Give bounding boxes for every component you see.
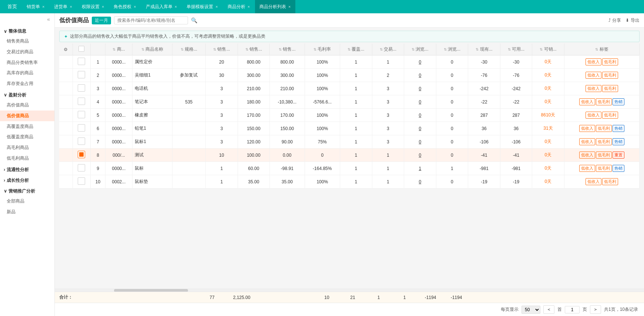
close-icon[interactable]: × — [102, 4, 104, 9]
close-icon[interactable]: × — [248, 4, 250, 9]
table-row[interactable]: 6 0000... 铅笔1 3 150.00 150.00 100% 1 3 0… — [59, 122, 640, 135]
browse-link[interactable]: 1 — [419, 166, 421, 171]
browse-link[interactable]: 0 — [419, 113, 421, 118]
row-checkbox[interactable] — [78, 58, 85, 65]
sidebar-group-liquidity[interactable]: ›流通性分析 — [0, 164, 54, 174]
cell-browse1[interactable]: 0 — [404, 109, 436, 122]
col-stock2[interactable]: ⇅ 可用... — [500, 44, 532, 55]
cell-checkbox[interactable] — [73, 69, 91, 82]
nav-home[interactable]: 首页 — [3, 0, 21, 13]
horizontal-scrollbar[interactable] — [55, 289, 644, 292]
search-input[interactable] — [114, 16, 188, 24]
col-stock1[interactable]: ⇅ 现有... — [468, 44, 500, 55]
sidebar-item-new-products[interactable]: 新品 — [0, 207, 54, 217]
sidebar-item-high-value[interactable]: 高价值商品 — [0, 100, 54, 111]
sidebar-item-low-margin[interactable]: 低毛利商品 — [0, 153, 54, 164]
browse-link[interactable]: 0 — [419, 179, 421, 184]
table-row[interactable]: 3 0000... 电话机 3 210.00 210.00 100% 1 3 0… — [59, 82, 640, 95]
cell-checkbox[interactable] — [73, 135, 91, 149]
cell-checkbox[interactable] — [73, 175, 91, 188]
cell-browse1[interactable]: 0 — [404, 69, 436, 82]
col-sales2[interactable]: ⇅ 销售... — [270, 44, 305, 55]
search-icon[interactable]: 🔍 — [191, 17, 197, 23]
col-qty[interactable]: ⇅ 销售... — [206, 44, 238, 55]
sidebar-item-category-sales-rate[interactable]: 商品分类销售率 — [0, 57, 54, 68]
sidebar-item-low-coverage[interactable]: 低覆盖度商品 — [0, 132, 54, 142]
col-sales1[interactable]: ⇅ 销售... — [238, 44, 270, 55]
browse-link[interactable]: 0 — [419, 73, 421, 78]
page-input[interactable] — [565, 306, 580, 313]
cell-checkbox[interactable] — [73, 109, 91, 122]
cell-checkbox[interactable] — [73, 162, 91, 175]
nav-permission[interactable]: 权限设置× — [77, 0, 108, 13]
table-row[interactable]: 10 0002... 鼠标垫 1 35.00 35.00 100% 1 1 0 … — [59, 175, 640, 188]
browse-link[interactable]: 0 — [419, 126, 421, 131]
first-page-btn[interactable]: ＜ — [543, 305, 554, 314]
nav-product-analysis[interactable]: 商品分析× — [223, 0, 254, 13]
nav-sales-order[interactable]: 销货单× — [22, 0, 49, 13]
cell-browse1[interactable]: 0 — [404, 82, 436, 95]
nav-role-auth[interactable]: 角色授权× — [109, 0, 140, 13]
row-checkbox[interactable] — [78, 71, 85, 78]
collapse-sidebar-btn[interactable]: « — [46, 15, 51, 24]
table-row[interactable]: 2 0000... 吴细细1 参加复试 30 300.00 300.00 100… — [59, 69, 640, 82]
sidebar-item-high-margin[interactable]: 高毛利商品 — [0, 142, 54, 153]
sidebar-item-sales-products[interactable]: 销售类商品 — [0, 36, 54, 47]
row-checkbox[interactable] — [78, 164, 85, 171]
sidebar-item-high-coverage[interactable]: 高覆盖度商品 — [0, 121, 54, 132]
col-checkbox[interactable] — [73, 44, 91, 55]
cell-browse1[interactable]: 1 — [404, 162, 436, 175]
close-icon[interactable]: × — [215, 4, 218, 9]
cell-checkbox[interactable] — [73, 122, 91, 135]
share-button[interactable]: ⤴ 分享 — [608, 17, 621, 24]
close-icon[interactable]: × — [70, 4, 72, 9]
table-row[interactable]: 1 0000... 属性定价 20 800.00 800.00 100% 1 1… — [59, 55, 640, 69]
row-checkbox[interactable] — [78, 151, 85, 158]
cell-checkbox[interactable] — [73, 149, 91, 162]
close-icon[interactable]: × — [42, 4, 44, 9]
col-tags[interactable]: ⇅ 标签 — [564, 44, 639, 55]
next-page-btn[interactable]: ＞ — [590, 305, 601, 314]
close-icon[interactable]: × — [175, 4, 177, 9]
row-checkbox[interactable] — [78, 98, 85, 105]
col-days[interactable]: ⇅ 可销... — [532, 44, 564, 55]
browse-link[interactable]: 0 — [419, 153, 421, 158]
cell-checkbox[interactable] — [73, 95, 91, 109]
sidebar-item-all-products[interactable]: 全部商品 — [0, 196, 54, 207]
col-name[interactable]: ⇅ 商品名称 — [133, 44, 172, 55]
table-row[interactable]: 9 0000... 鼠标 1 60.00 -98.91 -164.85% 1 1… — [59, 162, 640, 175]
cell-checkbox[interactable] — [73, 82, 91, 95]
col-code[interactable]: ⇅ 商... — [105, 44, 133, 55]
per-page-select[interactable]: 50 100 — [521, 306, 540, 314]
col-gross[interactable]: ⇅ 毛利率 — [305, 44, 340, 55]
close-icon[interactable]: × — [288, 4, 291, 9]
cell-browse1[interactable]: 0 — [404, 175, 436, 188]
sidebar-item-traded-products[interactable]: 交易过的商品 — [0, 47, 54, 57]
cell-browse1[interactable]: 0 — [404, 149, 436, 162]
cell-checkbox[interactable] — [73, 55, 91, 69]
table-row[interactable]: 4 0000... 笔记本 535 3 180.00 -10,380... -5… — [59, 95, 640, 109]
browse-link[interactable]: 0 — [419, 60, 421, 65]
browse-link[interactable]: 0 — [419, 86, 421, 91]
sidebar-group-growth[interactable]: ›成长性分析 — [0, 174, 54, 185]
close-icon[interactable]: × — [134, 4, 136, 9]
row-checkbox[interactable] — [78, 124, 85, 132]
col-trade[interactable]: ⇅ 交易... — [372, 44, 404, 55]
browse-link[interactable]: 0 — [419, 99, 421, 105]
export-button[interactable]: ⬇ 导出 — [625, 17, 640, 24]
table-row[interactable]: 7 0000... 鼠标1 3 120.00 90.00 75% 1 3 0 0… — [59, 135, 640, 149]
nav-product-analysis-list[interactable]: 商品分析列表× — [255, 0, 295, 13]
browse-link[interactable]: 0 — [419, 139, 421, 145]
sidebar-item-high-stock[interactable]: 高库存的商品 — [0, 68, 54, 78]
nav-purchase-order[interactable]: 进货单× — [50, 0, 76, 13]
row-checkbox[interactable] — [78, 177, 85, 185]
col-spec[interactable]: ⇅ 规格... — [172, 44, 205, 55]
period-button[interactable]: 近一月 — [92, 17, 111, 24]
row-checkbox[interactable] — [78, 84, 85, 92]
col-browse1[interactable]: ⇅ 浏览... — [404, 44, 436, 55]
table-row[interactable]: 8 000/... 测试 10 100.00 0.00 0 1 1 0 0 -4… — [59, 149, 640, 162]
nav-template-settings[interactable]: 单据模板设置× — [182, 0, 222, 13]
row-checkbox[interactable] — [78, 111, 85, 118]
nav-product-stock[interactable]: 产成品入库单× — [141, 0, 181, 13]
sidebar-group-marketing[interactable]: ∨营销推广分析 — [0, 185, 54, 196]
